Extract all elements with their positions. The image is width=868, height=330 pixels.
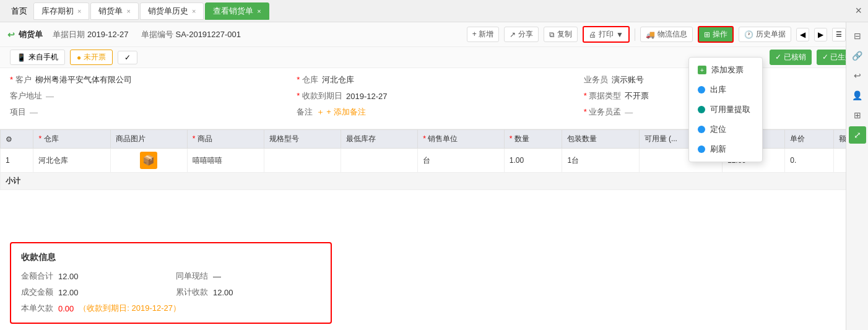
new-button[interactable]: + 新增 [467, 27, 499, 42]
history-button[interactable]: 🕐 历史单据 [739, 27, 791, 42]
invoice-icon: + [698, 66, 706, 74]
plus-icon: ＋ [316, 106, 324, 118]
row-qty: 1.00 [504, 149, 562, 173]
payment-grid: 金额合计 12.00 同单现结 — 成交金额 12.00 累计收款 12.00 … [21, 271, 321, 314]
window-close-button[interactable]: × [855, 4, 862, 17]
customer-field: 客户 柳州粤港平安气体有限公司 [10, 74, 284, 85]
close-history-tab[interactable]: × [192, 7, 196, 15]
toolbar: + 新增 ↗ 分享 ⧉ 复制 🖨 打印 ▼ 🚚 物流信息 [467, 26, 861, 43]
warehouse-value: 河北仓库 [322, 74, 354, 85]
customer-value: 柳州粤港平安气体有限公司 [35, 74, 132, 85]
tab-sales-history[interactable]: 销货单历史 × [140, 2, 204, 20]
doc-header: ↩ 销货单 单据日期 2019-12-27 单据编号 SA-20191227-0… [0, 22, 868, 47]
tab-bar-right: × [855, 4, 862, 17]
panel-icon-1[interactable]: ⊟ [849, 27, 866, 45]
sold-out-button[interactable]: ✓ 已核销 [770, 50, 811, 65]
col-product: 商品 [187, 130, 264, 149]
close-view-sales-tab[interactable]: × [257, 7, 261, 15]
dropdown-locate[interactable]: 定位 [689, 119, 762, 139]
project-label: 项目 [10, 106, 26, 118]
from-phone-button[interactable]: 📱 来自手机 [10, 50, 65, 65]
panel-icon-2[interactable]: 🔗 [849, 47, 866, 64]
row-unit: 台 [418, 149, 504, 173]
project-value: — [30, 108, 38, 117]
dropdown-outbound[interactable]: 出库 [689, 80, 762, 100]
transaction-amount: 成交金额 12.00 [21, 287, 166, 298]
note-label: 备注 [297, 106, 313, 118]
col-spec: 规格型号 [264, 130, 341, 149]
payment-date-value: 2019-12-27 [346, 92, 388, 101]
row-num: 1 [1, 149, 33, 173]
doc-title: ↩ 销货单 [7, 29, 43, 40]
col-unit-price: 单价 [785, 130, 833, 149]
operations-icon: ⊞ [704, 30, 710, 39]
panel-icon-5[interactable]: ⊞ [849, 106, 866, 124]
phone-icon: 📱 [17, 53, 26, 62]
payment-title: 收款信息 [21, 252, 321, 263]
row-min-stock [341, 149, 418, 173]
staff-value: 演示账号 [612, 74, 644, 85]
number-label: 单据编号 [141, 29, 173, 40]
doc-icon: ↩ [7, 30, 15, 40]
col-unit: 销售单位 [418, 130, 504, 149]
dropdown-refresh[interactable]: 刷新 [689, 139, 762, 159]
copy-button[interactable]: ⧉ 复制 [544, 27, 578, 42]
customer-label: 客户 [10, 74, 32, 85]
print-dropdown-icon: ▼ [616, 30, 623, 39]
history-icon: 🕐 [744, 30, 753, 39]
tab-sales[interactable]: 销货单 × [90, 2, 138, 20]
tab-view-sales[interactable]: 查看销货单 × [205, 2, 269, 20]
col-product-img: 商品图片 [110, 130, 187, 149]
address-value: — [46, 92, 54, 101]
ticket-type-value: 不开票 [625, 90, 649, 102]
logistics-icon: 🚚 [646, 30, 655, 39]
staff-label: 业务员 [584, 74, 608, 85]
payment-date-field: 收款到期日 2019-12-27 [297, 90, 571, 102]
copy-icon: ⧉ [549, 30, 555, 39]
add-note-button[interactable]: ＋ + 添加备注 [316, 106, 365, 118]
total-amount: 金额合计 12.00 [21, 271, 166, 282]
ticket-icon: ● [77, 53, 81, 62]
col-pack-qty: 包装数量 [562, 130, 639, 149]
close-sales-tab[interactable]: × [126, 7, 130, 15]
payment-date-label: 收款到期日 [297, 90, 342, 102]
date-label: 单据日期 [53, 29, 85, 40]
doc-type-label: 销货单 [19, 29, 43, 40]
dropdown-add-invoice[interactable]: + 添加发票 [689, 60, 762, 80]
next-record-button[interactable]: ▶ [814, 28, 827, 41]
panel-icon-4[interactable]: 👤 [849, 87, 866, 104]
col-min-stock: 最低库存 [341, 130, 418, 149]
tab-inventory[interactable]: 库存期初 × [33, 2, 89, 20]
row-warehouse: 河北仓库 [33, 149, 110, 173]
arrears: 本单欠款 0.00 （收款到期日: 2019-12-27） [21, 303, 321, 314]
logistics-button[interactable]: 🚚 物流信息 [640, 27, 693, 42]
close-inventory-tab[interactable]: × [77, 7, 81, 15]
confirm-button[interactable]: ✓ [118, 51, 137, 64]
tab-home[interactable]: 首页 [6, 6, 32, 17]
not-open-button[interactable]: ● 未开票 [70, 50, 113, 65]
staff2-value: — [625, 108, 633, 117]
print-icon: 🖨 [589, 30, 596, 39]
outbound-icon [698, 86, 705, 93]
qty-pick-icon [698, 106, 705, 113]
row-pack-qty: 1台 [562, 149, 639, 173]
date-value: 2019-12-27 [87, 30, 129, 39]
col-settings[interactable]: ⚙ [1, 130, 33, 149]
prev-record-button[interactable]: ◀ [796, 28, 809, 41]
share-button[interactable]: ↗ 分享 [504, 27, 539, 42]
subtotal-label: 小计 [1, 173, 868, 190]
refresh-icon [698, 145, 705, 153]
panel-icon-expand[interactable]: ⤢ [849, 126, 866, 144]
address-label: 客户地址 [10, 90, 42, 102]
panel-icon-3[interactable]: ↩ [849, 67, 866, 84]
project-field: 项目 — [10, 106, 284, 118]
subtotal-row: 小计 [1, 173, 868, 190]
list-view-button[interactable]: ☰ [832, 28, 846, 41]
row-spec [264, 149, 341, 173]
cumulative-payment: 累计收款 12.00 [176, 287, 321, 298]
row-product-img: 📦 [110, 149, 187, 173]
note-field: 备注 ＋ + 添加备注 [297, 106, 571, 118]
operations-button[interactable]: ⊞ 操作 [698, 26, 734, 43]
print-button[interactable]: 🖨 打印 ▼ [583, 26, 630, 43]
dropdown-qty-pick[interactable]: 可用量提取 [689, 100, 762, 119]
